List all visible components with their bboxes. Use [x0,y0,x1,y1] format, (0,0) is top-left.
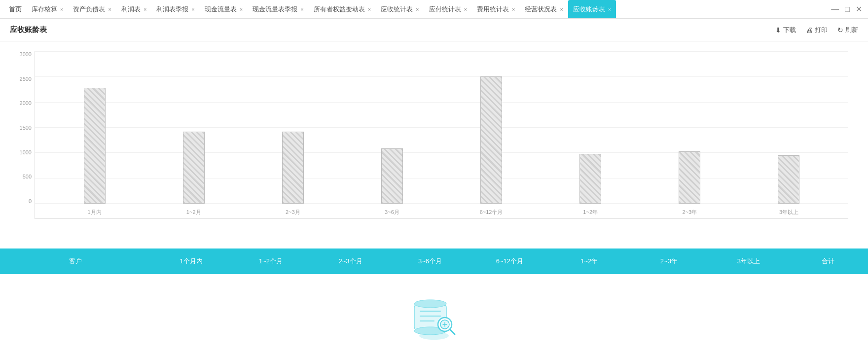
table-header-6: 1~2年 [549,257,629,266]
y-axis: 050010001500200025003000 [10,51,32,204]
download-icon: ⬇ [775,26,781,34]
y-axis-label: 3000 [20,51,32,57]
print-button[interactable]: 🖨 打印 [806,26,828,35]
y-axis-label: 500 [23,174,32,179]
svg-line-9 [450,329,455,334]
chart-wrapper: 050010001500200025003000 1月内1~2月2~3月3~6月… [35,51,848,219]
tab-close-ar-stat[interactable]: × [416,6,419,12]
table-header-0: 客户 [0,257,151,266]
tab-cashflow-q[interactable]: 现金流量表季报× [248,0,308,19]
tab-close-inventory[interactable]: × [60,6,63,12]
tab-ar-aging[interactable]: 应收账龄表× [568,0,616,19]
table-header-7: 2~3年 [629,257,709,266]
download-label: 下载 [783,26,796,35]
print-label: 打印 [815,26,828,35]
refresh-button[interactable]: ↻ 刷新 [837,26,858,35]
table-header-8: 3年以上 [709,257,788,266]
minimize-button[interactable]: — [829,3,841,16]
refresh-label: 刷新 [845,26,858,35]
tab-profit[interactable]: 利润表× [116,0,151,19]
bar-group-1: 1~2月 [144,66,243,204]
table-header-1: 1个月内 [151,257,231,266]
bar-group-7: 3年以上 [739,66,838,204]
bar-group-0: 1月内 [45,66,144,204]
chart-plot: 1月内1~2月2~3月3~6月6~12个月1~2年2~3年3年以上 [35,51,848,219]
x-label-3: 3~6月 [385,209,399,216]
x-label-1: 1~2月 [186,209,201,216]
tab-home[interactable]: 首页 [4,0,27,19]
tab-close-expense[interactable]: × [512,6,515,12]
tab-close-cashflow-q[interactable]: × [300,6,303,12]
table-header: 客户1个月内1~2个月2~3个月3~6个月6~12个月1~2年2~3年3年以上合… [0,248,868,274]
table-header-5: 6~12个月 [470,257,549,266]
bar-7 [778,155,799,204]
window-controls: — □ ✕ [829,2,864,16]
tab-profit-q[interactable]: 利润表季报× [151,0,199,19]
chart-section: 050010001500200025003000 1月内1~2月2~3月3~6月… [0,41,868,248]
svg-point-2 [414,300,446,308]
x-label-7: 3年以上 [779,209,798,216]
tab-close-profit-q[interactable]: × [191,6,194,12]
tab-cashflow[interactable]: 现金流量表× [200,0,248,19]
y-axis-label: 0 [29,198,32,204]
tab-close-profit[interactable]: × [144,6,146,12]
x-label-5: 1~2年 [583,209,598,216]
grid-line [35,51,848,52]
bar-0 [84,88,106,204]
x-label-6: 2~3年 [682,209,697,216]
x-label-4: 6~12个月 [480,209,503,216]
main-content: 050010001500200025003000 1月内1~2月2~3月3~6月… [0,41,868,355]
tab-close-equity[interactable]: × [368,6,371,12]
tab-expense[interactable]: 费用统计表× [472,0,520,19]
bar-group-2: 2~3月 [243,66,342,204]
table-header-4: 3~6个月 [390,257,470,266]
bar-5 [579,154,601,204]
bar-1 [183,132,205,204]
tab-operation[interactable]: 经营状况表× [520,0,568,19]
empty-illustration [404,294,464,351]
tab-close-cashflow[interactable]: × [240,6,243,12]
bar-group-3: 3~6月 [342,66,441,204]
header-actions: ⬇ 下载 🖨 打印 ↻ 刷新 [775,26,858,35]
tab-close-operation[interactable]: × [560,6,563,12]
bar-4 [480,76,502,204]
bars-container: 1月内1~2月2~3月3~6月6~12个月1~2年2~3年3年以上 [35,66,848,204]
page-header: 应收账龄表 ⬇ 下载 🖨 打印 ↻ 刷新 [0,19,868,41]
y-axis-label: 2500 [20,76,32,82]
tab-equity[interactable]: 所有者权益变动表× [309,0,376,19]
bar-group-6: 2~3年 [640,66,739,204]
y-axis-label: 2000 [20,100,32,106]
tab-bar: 首页库存核算×资产负债表×利润表×利润表季报×现金流量表×现金流量表季报×所有者… [0,0,868,19]
tab-balance[interactable]: 资产负债表× [68,0,116,19]
print-icon: 🖨 [806,26,813,34]
bar-group-4: 6~12个月 [442,66,541,204]
bar-2 [282,132,304,204]
maximize-button[interactable]: □ [843,3,852,16]
empty-state [0,274,868,355]
table-header-2: 1~2个月 [231,257,310,266]
tab-close-ap-stat[interactable]: × [464,6,467,12]
tab-inventory[interactable]: 库存核算× [27,0,68,19]
tab-ar-stat[interactable]: 应收统计表× [376,0,424,19]
bar-group-5: 1~2年 [541,66,640,204]
page-title: 应收账龄表 [10,25,47,35]
refresh-icon: ↻ [837,26,843,34]
bar-6 [679,151,700,204]
y-axis-label: 1000 [20,149,32,155]
download-button[interactable]: ⬇ 下载 [775,26,796,35]
x-label-0: 1月内 [88,209,102,216]
table-header-9: 合计 [789,257,868,266]
bar-3 [381,148,403,204]
tab-close-ar-aging[interactable]: × [608,6,611,12]
y-axis-label: 1500 [20,125,32,131]
tab-ap-stat[interactable]: 应付统计表× [424,0,472,19]
table-header-3: 2~3个月 [311,257,390,266]
close-button[interactable]: ✕ [854,2,864,16]
x-label-2: 2~3月 [286,209,300,216]
tab-close-balance[interactable]: × [108,6,111,12]
